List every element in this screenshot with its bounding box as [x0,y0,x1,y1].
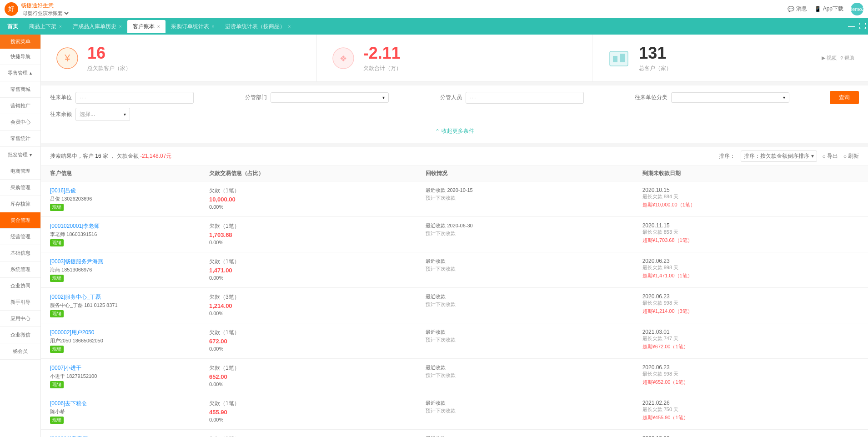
sidebar-item-app-center[interactable]: 应用中心 [0,311,40,327]
sidebar-item-purchase[interactable]: 采购管理 [0,180,40,196]
customer-name[interactable]: [0006]去下粮仓 [50,400,209,407]
tab-close-icon[interactable]: × [157,24,160,29]
sidebar-item-operation[interactable]: 经营管理 [0,229,40,245]
overdue-text[interactable]: 超期¥1,703.68（1笔） [642,237,859,244]
refresh-btn[interactable]: ○ 刷新 [843,152,859,160]
sidebar-search[interactable]: 搜索菜单 [0,35,40,49]
debt-count: 欠款（1笔） [209,329,426,337]
sidebar-item-system[interactable]: 系统管理 [0,261,40,278]
tab-close-icon[interactable]: × [212,24,215,29]
customer-name[interactable]: [0001020001]李老师 [50,222,209,230]
message-btn[interactable]: 💬 消息 [788,5,807,13]
refresh-icon: ○ [843,153,847,160]
table-row: [0006]去下粮仓 陈小希 现销 欠款（1笔） 455.90 0.00% 最近… [41,394,868,430]
customer-phone: 海燕 18513066976 [50,266,209,273]
stat-info-debt-total: -2.11 欠款合计（万） [363,44,401,72]
tab-instock-stat[interactable]: 进货单统计表（按商品） × [220,20,296,33]
sidebar-item-member[interactable]: 会员中心 [0,114,40,131]
next-payment: 预计下次收款 [426,407,642,414]
tab-close-icon[interactable]: × [119,24,122,29]
due-date: 2020.12.30 [642,435,859,437]
filter-person-input[interactable]: ··· [466,92,584,104]
recovery-cell: 最近收款 预计下次收款 [426,329,642,343]
user-avatar-area[interactable]: demo2 [851,3,863,15]
sidebar-item-ecommerce[interactable]: 电商管理 [0,163,40,180]
tab-expand-btn[interactable]: ⛶ [859,22,866,30]
sort-select[interactable]: 排序：按欠款金额倒序排序 ▾ [741,151,817,162]
tab-product-instock[interactable]: 产成品入库单历史 × [67,20,127,33]
due-date: 2021.03.01 [642,329,859,335]
filter-category-select[interactable]: ▾ [671,92,789,103]
debt-ratio: 0.00% [209,417,426,422]
debt-info-cell: 欠款（1笔） 10,000.00 0.00% [209,187,426,210]
sidebar-item-new-guide[interactable]: 新手引导 [0,294,40,311]
sidebar-item-warehouse[interactable]: 库存核算 [0,196,40,212]
customer-name[interactable]: [0016]吕俊 [50,187,209,195]
sidebar-item-retail-mall[interactable]: 零售商城 [0,81,40,98]
filter-supplier: 往来单位 ··· [50,92,238,104]
svg-rect-5 [613,56,617,62]
debt-count: 欠款（1笔） [209,187,426,195]
filter-balance-select[interactable]: 选择... ▾ [75,108,130,121]
filter-supplier-input[interactable]: ··· [75,92,194,104]
tab-close-icon[interactable]: × [59,24,62,29]
app-download-btn[interactable]: 📱 App下载 [814,5,843,13]
help-btn[interactable]: ? 帮助 [840,55,854,61]
sidebar-item-finance[interactable]: 资金管理 [0,212,40,229]
debt-ratio: 0.00% [209,382,426,387]
debt-ratio: 0.00% [209,204,426,210]
stat-info-debt-customers: 16 总欠款客户（家） [87,44,131,72]
sidebar-item-basic-info[interactable]: 基础信息 [0,245,40,261]
overdue-text[interactable]: 超期¥10,000.00（1笔） [642,201,859,208]
overdue-text[interactable]: 超期¥672.00（1笔） [642,343,859,350]
sidebar-item-marketing[interactable]: 营销推广 [0,98,40,114]
tab-instock-stat-label: 进货单统计表（按商品） [225,23,285,30]
due-date-cell: 2020.06.23 最长欠款 998 天 超期¥652.00（1笔） [642,364,859,386]
tab-customer-account[interactable]: 客户账本 × [127,20,166,33]
svg-rect-4 [610,51,628,66]
sidebar-item-batch-mgmt[interactable]: 批发管理 ▼ [0,147,40,163]
table-body: [0016]吕俊 吕俊 13026203696 现销 欠款（1笔） 10,000… [41,181,868,437]
tab-purchase-order[interactable]: 采购订单统计表 × [166,20,220,33]
tab-minimize-btn[interactable]: — [848,22,855,30]
debt-amount: 1,214.00 [209,302,426,309]
sidebar-quick-nav[interactable]: 快捷导航 [0,49,40,65]
tab-bar: 首页 商品上下架 × 产成品入库单历史 × 客户账本 × 采购订单统计表 × 进… [0,18,868,35]
debt-info-cell: 欠款（3笔） 1,214.00 0.00% [209,293,426,316]
filter-person-label: 分管人员 [440,94,462,101]
overdue-text[interactable]: 超期¥1,214.00（3笔） [642,308,859,315]
total-customer-label: 总客户（家） [639,65,672,72]
overdue-days: 最长欠款 998 天 [642,264,859,271]
sidebar-item-enterprise-coop[interactable]: 企业协同 [0,278,40,294]
overdue-days: 最长欠款 853 天 [642,229,859,236]
due-date-cell: 2020.06.23 最长欠款 998 天 超期¥1,214.00（3笔） [642,293,859,315]
debt-info-cell: 欠款（1笔） 1,471.00 0.00% [209,258,426,281]
export-btn[interactable]: ○ 导出 [823,152,838,160]
table-row: [0016]吕俊 吕俊 13026203696 现销 欠款（1笔） 10,000… [41,181,868,217]
table-row: [000001]黄思源 黄思源 13552700226 现销 欠款（1笔） 42… [41,430,868,437]
filter-dept-select[interactable]: ▾ [271,92,389,103]
recovery-cell: 最近收款 2020-06-30 预计下次收款 [426,222,642,237]
overdue-text[interactable]: 超期¥455.90（1笔） [642,414,859,421]
filter-category: 往来单位分类 ▾ [635,92,823,103]
overdue-text[interactable]: 超期¥1,471.00（1笔） [642,272,859,279]
customer-name[interactable]: [0002]服务中心_丁磊 [50,293,209,301]
tab-product-shelf[interactable]: 商品上下架 × [24,20,67,33]
search-button[interactable]: 查询 [830,91,859,104]
tab-close-icon[interactable]: × [288,24,291,29]
view-video-btn[interactable]: ▶ 视频 [822,55,837,61]
collapse-btn[interactable]: ⌃ 收起更多条件 [50,125,859,138]
sidebar-item-retail-stat[interactable]: 零售统计 [0,131,40,147]
brand-select[interactable]: 母婴行业演示账套 [21,10,70,16]
sidebar-item-retail-mgmt[interactable]: 零售管理 ▲ [0,65,40,81]
customer-name[interactable]: [000001]黄思源 [50,435,209,437]
customer-name[interactable]: [0003]畅捷服务尹海燕 [50,258,209,266]
sidebar-item-vip-member[interactable]: 畅会员 [0,343,40,360]
chevron-down-icon: ▾ [382,95,385,100]
sidebar-item-enterprise-wechat[interactable]: 企业微信 [0,327,40,343]
customer-tag: 现销 [50,275,64,282]
tab-home[interactable]: 首页 [2,20,24,33]
overdue-text[interactable]: 超期¥652.00（1笔） [642,379,859,386]
customer-name[interactable]: [0007]小进干 [50,364,209,372]
customer-name[interactable]: [000002]用户2050 [50,329,209,337]
